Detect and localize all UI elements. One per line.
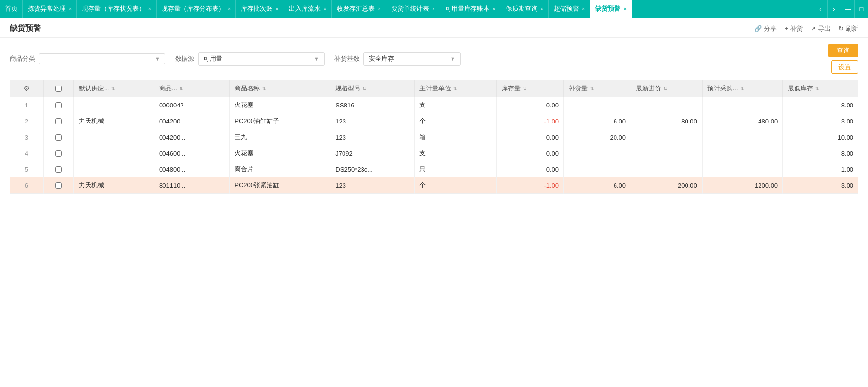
th-unit: 主计量单位 ⇅ [414, 80, 496, 97]
select-all-checkbox[interactable] [55, 86, 62, 92]
nav-tab-3[interactable]: 现存量（库存分布表） × [157, 0, 236, 18]
close-icon[interactable]: × [378, 6, 380, 12]
nav-tab-8[interactable]: 可用量库存账本 × [440, 0, 501, 18]
table-row[interactable]: 1 0000042 火花塞 SS816 支 0.00 8.00 [10, 97, 858, 113]
refresh-icon: ↻ [838, 25, 844, 32]
table-row[interactable]: 6 力天机械 801110... PC200张紧油缸 123 个 -1.00 6… [10, 177, 858, 194]
row-checkbox-cell[interactable] [43, 177, 73, 194]
row-replenish [564, 145, 631, 161]
row-checkbox[interactable] [55, 134, 62, 141]
row-min-stock: 8.00 [783, 145, 858, 161]
window-minimize-button[interactable]: — [841, 0, 854, 18]
row-checkbox-cell[interactable] [43, 129, 73, 145]
th-name-label: 商品名称 [235, 84, 260, 93]
th-unit-label: 主计量单位 [419, 84, 451, 93]
row-index: 2 [10, 113, 43, 129]
row-checkbox[interactable] [55, 150, 62, 157]
gear-icon[interactable]: ⚙ [23, 84, 30, 92]
th-name: 商品名称 ⇅ [230, 80, 330, 97]
refresh-label: 刷新 [846, 24, 858, 33]
row-checkbox-cell[interactable] [43, 161, 73, 177]
row-spec: 123 [330, 113, 415, 129]
row-min-stock: 3.00 [783, 177, 858, 194]
share-label: 分享 [764, 24, 777, 33]
sort-icon[interactable]: ⇅ [453, 86, 457, 91]
close-icon[interactable]: × [432, 6, 435, 12]
sort-icon[interactable]: ⇅ [590, 86, 594, 91]
replenish-button[interactable]: + 补货 [784, 24, 803, 33]
nav-tab-8-label: 可用量库存账本 [445, 4, 489, 13]
row-checkbox[interactable] [55, 102, 62, 108]
nav-tab-10[interactable]: 超储预警 × [549, 0, 590, 18]
row-code: 0000042 [154, 97, 230, 113]
refresh-button[interactable]: ↻ 刷新 [838, 24, 858, 33]
query-button[interactable]: 查询 [828, 44, 858, 57]
sort-icon[interactable]: ⇅ [111, 86, 115, 91]
row-index: 5 [10, 161, 43, 177]
th-latest-price-label: 最新进价 [636, 84, 661, 93]
page-header: 缺货预警 🔗 分享 + 补货 ↗ 导出 ↻ 刷新 [0, 18, 868, 38]
close-icon[interactable]: × [275, 6, 278, 12]
table-row[interactable]: 4 004600... 火花塞 J7092 支 0.00 8.00 [10, 145, 858, 161]
row-supplier [73, 145, 154, 161]
data-table-container: ⚙ 默认供应... ⇅ [0, 80, 868, 194]
sort-icon[interactable]: ⇅ [663, 86, 667, 91]
sort-icon[interactable]: ⇅ [740, 86, 744, 91]
row-checkbox-cell[interactable] [43, 145, 73, 161]
category-select[interactable]: ▼ [39, 53, 165, 64]
nav-tab-2[interactable]: 现存量（库存状况表） × [77, 0, 156, 18]
export-button[interactable]: ↗ 导出 [811, 24, 831, 33]
row-checkbox[interactable] [55, 182, 62, 189]
nav-tab-4[interactable]: 库存批次账 × [236, 0, 284, 18]
row-checkbox[interactable] [55, 118, 62, 124]
close-icon[interactable]: × [623, 6, 626, 12]
share-button[interactable]: 🔗 分享 [754, 24, 777, 33]
sort-icon[interactable]: ⇅ [523, 86, 526, 91]
row-checkbox-cell[interactable] [43, 113, 73, 129]
settings-button[interactable]: 设置 [831, 60, 858, 74]
row-checkbox-cell[interactable] [43, 97, 73, 113]
close-icon[interactable]: × [148, 6, 151, 12]
window-maximize-button[interactable]: □ [854, 0, 868, 18]
row-unit: 支 [414, 97, 496, 113]
th-stock-label: 库存量 [502, 84, 521, 93]
th-code-label: 商品... [159, 84, 177, 93]
sort-icon[interactable]: ⇅ [179, 86, 183, 91]
nav-tab-home[interactable]: 首页 [0, 0, 23, 18]
sort-icon[interactable]: ⇅ [262, 86, 266, 91]
table-row[interactable]: 3 004200... 三九 123 箱 0.00 20.00 10.00 [10, 129, 858, 145]
close-icon[interactable]: × [582, 6, 585, 12]
sort-icon[interactable]: ⇅ [815, 86, 819, 91]
nav-tab-1[interactable]: 拣货异常处理 × [23, 0, 77, 18]
nav-next-button[interactable]: › [827, 0, 841, 18]
table-row[interactable]: 5 004800... 离合片 DS250*23c... 只 0.00 1.00 [10, 161, 858, 177]
nav-tab-11[interactable]: 缺货预警 × [590, 0, 632, 18]
datasource-filter-group: 数据源 可用量 ▼ [175, 52, 325, 66]
table-row[interactable]: 2 力天机械 004200... PC200油缸缸子 123 个 -1.00 6… [10, 113, 858, 129]
datasource-value: 可用量 [203, 54, 222, 63]
row-checkbox[interactable] [55, 166, 62, 173]
close-icon[interactable]: × [69, 6, 72, 12]
th-estimate-purchase: 预计采购... ⇅ [702, 80, 782, 97]
close-icon[interactable]: × [228, 6, 231, 12]
close-icon[interactable]: × [492, 6, 495, 12]
th-stock: 库存量 ⇅ [497, 80, 564, 97]
row-stock: -1.00 [497, 113, 564, 129]
row-name: 离合片 [230, 161, 330, 177]
nav-prev-button[interactable]: ‹ [814, 0, 827, 18]
nav-tab-9[interactable]: 保质期查询 × [501, 0, 549, 18]
replenish-base-select[interactable]: 安全库存 ▼ [363, 52, 461, 66]
th-settings[interactable]: ⚙ [10, 80, 43, 97]
datasource-select[interactable]: 可用量 ▼ [198, 52, 325, 66]
nav-tab-1-label: 拣货异常处理 [28, 4, 66, 13]
export-label: 导出 [818, 24, 831, 33]
nav-tab-6[interactable]: 收发存汇总表 × [332, 0, 386, 18]
nav-tab-5[interactable]: 出入库流水 × [284, 0, 332, 18]
close-icon[interactable]: × [324, 6, 326, 12]
nav-tab-7[interactable]: 要货单统计表 × [386, 0, 440, 18]
sort-icon[interactable]: ⇅ [362, 86, 366, 91]
th-replenish: 补货量 ⇅ [564, 80, 631, 97]
row-latest-price [631, 145, 703, 161]
close-icon[interactable]: × [541, 6, 543, 12]
th-replenish-label: 补货量 [569, 84, 588, 93]
